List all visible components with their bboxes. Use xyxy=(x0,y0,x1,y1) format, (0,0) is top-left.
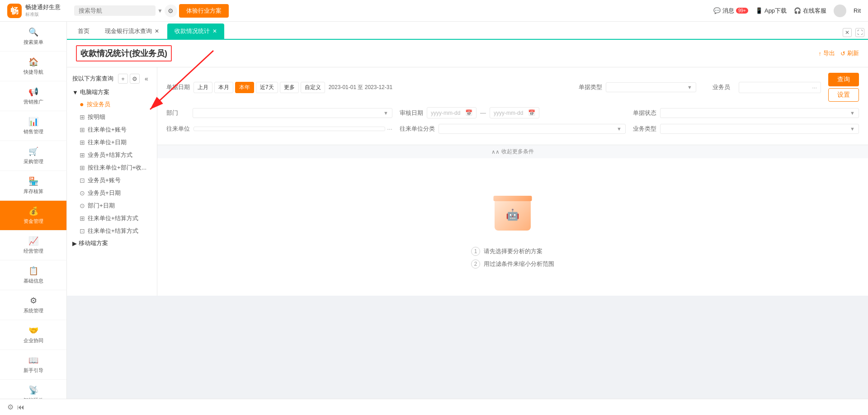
biz-type-select[interactable]: ▼ xyxy=(660,124,859,134)
partner-select[interactable] xyxy=(193,127,385,131)
scheme-item-salesperson_date[interactable]: ⊙业务员+日期 xyxy=(67,187,157,199)
marketing-icon: 📢 xyxy=(28,87,38,97)
scheme-item-partner_dept_collect[interactable]: ⊞按往来单位+部门+收... xyxy=(67,161,157,174)
scheme-item-salesperson_account[interactable]: ⊡业务员+账号 xyxy=(67,174,157,187)
scheme-item-by_detail[interactable]: ⊞按明细 xyxy=(67,111,157,123)
scheme-item-label-by_detail: 按明细 xyxy=(88,113,105,121)
date-btn-custom[interactable]: 自定义 xyxy=(301,82,325,93)
calendar-end-icon[interactable]: 📅 xyxy=(528,109,535,116)
biz-type-label: 业务类型 xyxy=(633,125,656,133)
sidebar-label-search: 搜索菜单 xyxy=(24,39,43,46)
date-btn-this-year[interactable]: 本年 xyxy=(235,82,254,93)
sidebar-item-shortcut[interactable]: 🏠 快捷导航 xyxy=(0,52,66,81)
main-layout: 🔍 搜索菜单 🏠 快捷导航 📢 营销推广 📊 销售管理 🛒 采购管理 🏪 库存核… xyxy=(0,22,868,415)
dept-select[interactable]: ▼ xyxy=(193,108,392,118)
tab-close-collection[interactable]: ✕ xyxy=(212,28,217,34)
scheme-item-icon-partner_account: ⊞ xyxy=(80,126,85,133)
refresh-button[interactable]: ↺ 刷新 xyxy=(840,49,859,57)
online-service-button[interactable]: 🎧 在线客服 xyxy=(794,7,826,15)
review-date-end[interactable]: yyyy-mm-dd 📅 xyxy=(490,107,539,118)
partner-category-select[interactable]: ▼ xyxy=(439,124,626,134)
doc-type-dropdown-icon: ▼ xyxy=(687,85,692,90)
sidebar-item-purchase[interactable]: 🛒 采购管理 xyxy=(0,141,66,171)
scheme-group-header-mobile[interactable]: ▶ 移动端方案 xyxy=(67,237,157,249)
tab-bar: 首页现金银行流水查询✕收款情况统计✕ ✕ ⛶ xyxy=(67,22,868,40)
hardware-icon: 📡 xyxy=(28,385,38,395)
top-bar: 畅 畅捷通好生意 标准版 ▼ ⚙ 体验行业方案 💬 消息 99+ 📱 App下载… xyxy=(0,0,868,22)
doc-type-select[interactable]: ▼ xyxy=(606,82,696,92)
export-button[interactable]: ↑ 导出 xyxy=(819,49,835,57)
scheme-item-label-salesperson_date: 业务员+日期 xyxy=(88,189,121,197)
nav-settings-icon[interactable]: ⚙ xyxy=(165,5,177,17)
tab-label-collection: 收款情况统计 xyxy=(175,27,210,35)
scheme-item-partner_payment1[interactable]: ⊞往来单位+结算方式 xyxy=(67,212,157,225)
scheme-item-icon-salesperson_payment: ⊞ xyxy=(80,151,85,159)
sidebar-item-search[interactable]: 🔍 搜索菜单 xyxy=(0,22,66,52)
review-date-start[interactable]: yyyy-mm-dd 📅 xyxy=(427,107,476,118)
scheme-group-desktop: ▼ 电脑端方案 ●按业务员⊞按明细⊞往来单位+账号⊞往来单位+日期⊞业务员+结算… xyxy=(67,86,157,237)
scheme-add-button[interactable]: + xyxy=(118,74,128,84)
scheme-collapse-button[interactable]: « xyxy=(142,74,151,84)
bottom-collapse-icon[interactable]: ⏮ xyxy=(17,403,24,411)
sidebar-item-marketing[interactable]: 📢 营销推广 xyxy=(0,81,66,111)
sidebar-item-basic[interactable]: 📋 基础信息 xyxy=(0,260,66,290)
scheme-settings-button[interactable]: ⚙ xyxy=(130,74,140,84)
nav-search-input[interactable] xyxy=(74,5,156,16)
partner-label: 往来单位 xyxy=(166,125,190,133)
close-window-button[interactable]: ✕ xyxy=(843,28,852,37)
scheme-item-partner_date[interactable]: ⊞往来单位+日期 xyxy=(67,136,157,149)
scheme-item-label-salesperson_payment: 业务员+结算方式 xyxy=(88,151,132,159)
sales-icon: 📊 xyxy=(28,117,38,127)
nav-dropdown-icon[interactable]: ▼ xyxy=(157,8,163,14)
sidebar-label-enterprise: 企业协同 xyxy=(24,337,43,344)
doc-status-select[interactable]: ▼ xyxy=(660,108,859,118)
top-nav: ▼ ⚙ 体验行业方案 xyxy=(74,4,713,18)
scheme-item-icon-salesperson_date: ⊙ xyxy=(80,189,85,197)
tab-label-home: 首页 xyxy=(78,27,90,35)
scheme-item-active-icon: ● xyxy=(80,100,84,108)
tab-collection[interactable]: 收款情况统计✕ xyxy=(167,24,224,39)
tab-close-bank[interactable]: ✕ xyxy=(155,28,159,34)
scheme-item-icon-salesperson_account: ⊡ xyxy=(80,177,85,184)
sidebar-item-sales[interactable]: 📊 销售管理 xyxy=(0,111,66,141)
sidebar-item-system[interactable]: ⚙ 系统管理 xyxy=(0,290,66,320)
page-header: 收款情况统计(按业务员) ↑ 导出 ↺ 刷新 xyxy=(67,40,868,67)
maximize-window-button[interactable]: ⛶ xyxy=(855,28,864,37)
avatar[interactable] xyxy=(834,5,846,17)
scheme-item-salesperson_payment[interactable]: ⊞业务员+结算方式 xyxy=(67,149,157,161)
scheme-group-label-mobile: 移动端方案 xyxy=(79,239,108,247)
date-btn-last-month[interactable]: 上月 xyxy=(193,82,212,93)
query-button[interactable]: 查询 xyxy=(828,73,859,86)
message-button[interactable]: 💬 消息 99+ xyxy=(713,7,748,15)
scheme-item-dept_date[interactable]: ⊙部门+日期 xyxy=(67,199,157,212)
date-btn-more[interactable]: 更多 xyxy=(280,82,299,93)
bottom-bar: ⚙ ⏮ xyxy=(0,399,868,415)
date-btn-this-month[interactable]: 本月 xyxy=(214,82,233,93)
scheme-item-by_salesperson[interactable]: ●按业务员 xyxy=(67,98,157,111)
empty-step-1: 1 请先选择要分析的方案 xyxy=(471,247,554,256)
date-range-text: 2023-01-01 至 2023-12-31 xyxy=(329,84,392,91)
tab-bank[interactable]: 现金银行流水查询✕ xyxy=(98,24,166,39)
calendar-start-icon[interactable]: 📅 xyxy=(465,109,472,116)
top-bar-right: 💬 消息 99+ 📱 App下载 🎧 在线客服 Rit xyxy=(713,5,861,17)
settings-button[interactable]: 设置 xyxy=(828,88,859,102)
scheme-item-partner_account[interactable]: ⊞往来单位+账号 xyxy=(67,123,157,136)
scheme-item-partner_payment2[interactable]: ⊡往来单位+结算方式 xyxy=(67,225,157,237)
scheme-group-header-desktop[interactable]: ▼ 电脑端方案 xyxy=(67,86,157,98)
logo-name: 畅捷通好生意 xyxy=(25,4,61,11)
sidebar-item-enterprise[interactable]: 🤝 企业协同 xyxy=(0,320,66,350)
date-btn-7days[interactable]: 近7天 xyxy=(256,82,278,93)
sidebar-item-inventory[interactable]: 🏪 库存核算 xyxy=(0,171,66,201)
bottom-settings-icon[interactable]: ⚙ xyxy=(7,403,14,411)
trial-button[interactable]: 体验行业方案 xyxy=(179,4,229,18)
tab-home[interactable]: 首页 xyxy=(71,24,97,39)
partner-more-icon[interactable]: ··· xyxy=(387,125,392,132)
sidebar-item-beginner[interactable]: 📖 新手引导 xyxy=(0,350,66,380)
app-download-button[interactable]: 📱 App下载 xyxy=(755,7,787,15)
doc-type-label: 单据类型 xyxy=(579,83,602,91)
collapse-bar[interactable]: ∧∧ 收起更多条件 xyxy=(157,145,868,158)
sidebar-item-operation[interactable]: 📈 经营管理 xyxy=(0,231,66,260)
scheme-item-label-dept_date: 部门+日期 xyxy=(88,202,115,210)
salesperson-select[interactable]: ··· xyxy=(739,82,821,93)
sidebar-item-finance[interactable]: 💰 资金管理 xyxy=(0,201,66,231)
